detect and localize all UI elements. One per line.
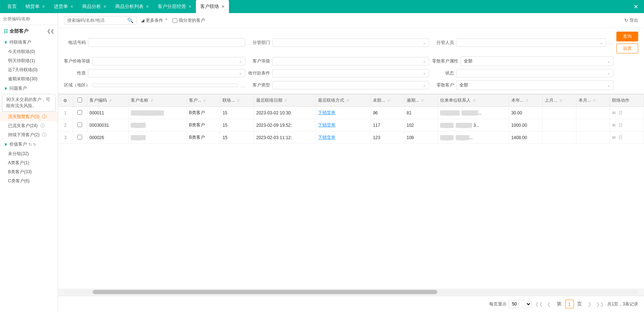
nav-tab-sales[interactable]: 销货单 ✕ (21, 0, 49, 13)
col-last-way[interactable]: 最后联络方式 ⇵ (316, 94, 371, 107)
row-checkbox[interactable] (77, 110, 82, 115)
row-last-way[interactable]: 下销货单 (316, 107, 371, 119)
payment-select[interactable]: ⌄ (272, 69, 430, 77)
close-icon[interactable]: ✕ (221, 4, 225, 9)
sidebar-item-week-contact[interactable]: 近7天待联络(0) (0, 65, 58, 74)
zero-attr-select[interactable]: 全部 ⌄ (460, 56, 613, 66)
sidebar-item-tomorrow-contact[interactable]: 明天待联络(1) (0, 56, 58, 65)
sidebar-item-ungrouped[interactable]: 未分组(32) (0, 149, 58, 158)
window-close-button[interactable]: ✕ (631, 3, 641, 10)
export-button[interactable]: ↻ 导出 (624, 17, 638, 24)
col-this-year[interactable]: 本年... ⇵ (509, 94, 543, 107)
phone-input[interactable] (88, 38, 245, 47)
sidebar-item-class-b[interactable]: B类客户(33) (0, 167, 58, 177)
more-action-icon[interactable]: ☷ (619, 123, 623, 128)
last-page-button[interactable]: ❯❯ (596, 300, 604, 308)
my-customers-check[interactable] (173, 18, 177, 23)
close-icon[interactable]: ✕ (146, 4, 149, 9)
filter-search-input[interactable] (67, 18, 127, 23)
zero-cust-select[interactable]: 全部 ⌄ (456, 80, 613, 90)
col-unlinked[interactable]: 未联... ⇵ (371, 94, 404, 107)
filter-bar: 🔍 ◢ 更多条件 ⌃ 我分管的客户 ↻ 导出 (58, 13, 644, 28)
row-unlinked: 123 (371, 131, 404, 144)
nav-tab-customer-contact[interactable]: 客户联络 ✕ (196, 0, 229, 13)
more-options-icon[interactable]: … (608, 40, 613, 45)
close-icon[interactable]: ✕ (188, 4, 192, 9)
prev-page-button[interactable]: ❮ (545, 300, 554, 308)
zero-cust-field: 零散客户 全部 ⌄ (432, 80, 613, 90)
area-select[interactable] (92, 84, 238, 87)
nav-tab-product-analysis-list[interactable]: 商品分析列表 ✕ (111, 0, 153, 13)
row-checkbox-cell[interactable] (73, 131, 87, 144)
nature-select[interactable]: ⌄ (88, 69, 245, 77)
sidebar-item-class-c[interactable]: C类客户(6) (0, 177, 58, 186)
row-last-way[interactable]: 下销货单 (316, 131, 371, 144)
status-select[interactable]: ⌄ (456, 69, 613, 77)
nav-tab-customer-tier[interactable]: 客户分层经营 ✕ (153, 0, 196, 13)
row-checkbox[interactable] (77, 135, 82, 139)
sort-icon: ⇵ (346, 98, 349, 102)
close-icon[interactable]: ✕ (70, 4, 73, 9)
more-action-icon[interactable]: ☷ (619, 110, 623, 116)
col-type[interactable]: 客户... ⇵ (186, 94, 220, 107)
sidebar-all-customers[interactable]: ☷ 全部客户 ❮❮ (0, 25, 58, 37)
advanced-filter-panel: 电话号码 分管部门 ⌄ 分管人员 ⌄ … (58, 28, 644, 94)
more-options-icon[interactable]: … (240, 82, 245, 88)
row-checkbox[interactable] (77, 122, 82, 127)
col-last-month[interactable]: 上月... ⇵ (543, 94, 576, 107)
next-page-button[interactable]: ❯ (585, 300, 594, 308)
chevron-down-icon: ⌄ (423, 71, 426, 76)
table-row: 3 000026 ██ B类客户 15 2023-02-03 11:12: 下销… (58, 131, 644, 144)
sidebar-item-declining[interactable]: 持续下滑客户(2) ⓘ (0, 130, 58, 139)
dept-select[interactable]: ⌄ (272, 39, 430, 47)
col-this-month[interactable]: 本月... ⇵ (576, 94, 610, 107)
more-conditions-btn[interactable]: ◢ 更多条件 ⌃ (141, 17, 168, 24)
level-select[interactable]: ⌄ (272, 57, 430, 65)
type-select[interactable]: ⌄ (272, 81, 430, 89)
horizontal-scrollbar[interactable] (64, 290, 638, 294)
contact-icon[interactable]: ✉ (612, 110, 616, 116)
contact-icon[interactable]: ✉ (612, 123, 616, 128)
row-checkbox-cell[interactable] (73, 107, 87, 119)
first-page-button[interactable]: ❮❮ (535, 300, 543, 308)
sidebar-item-churned[interactable]: 已流失客户(24) ⓘ (0, 121, 58, 130)
person-select[interactable]: ⌄ (456, 39, 606, 47)
row-checkbox-cell[interactable] (73, 119, 87, 131)
search-icon[interactable]: 🔍 (127, 17, 133, 23)
sidebar-group-problem[interactable]: ▼ 问题客户 (0, 84, 58, 93)
settings-button[interactable]: 设置 (616, 44, 638, 53)
col-last-date[interactable]: 最后联络日期 ⇵ (254, 94, 316, 107)
sidebar-item-today-contact[interactable]: 今天待联络(0) (0, 47, 58, 56)
filter-search-box[interactable]: 🔍 (64, 16, 137, 25)
col-checkbox[interactable] (73, 94, 87, 107)
nav-tab-product-analysis[interactable]: 商品分析 ✕ (78, 0, 111, 13)
row-last-way[interactable]: 下销货单 (316, 119, 371, 131)
scrollbar-thumb[interactable] (93, 290, 437, 294)
content-area: 🔍 ◢ 更多条件 ⌃ 我分管的客户 ↻ 导出 电话号码 (58, 13, 644, 312)
select-all-checkbox[interactable] (77, 98, 82, 102)
col-contact[interactable]: 联络... ⇵ (220, 94, 254, 107)
sidebar-item-churn-warning[interactable]: 流失预警客户(3) ⓘ (0, 112, 58, 121)
my-customers-checkbox[interactable]: 我分管的客户 (173, 17, 205, 24)
col-code[interactable]: 客户编码 ⇵ (87, 94, 129, 107)
sidebar-search-input[interactable] (3, 16, 57, 21)
sidebar-item-overdue-contact[interactable]: 逾期未联络(30) (0, 74, 58, 84)
col-overdue[interactable]: 逾期... ⇵ (404, 94, 438, 107)
nav-tab-purchase[interactable]: 进货单 ✕ (49, 0, 78, 13)
contact-icon[interactable]: ✉ (612, 135, 616, 140)
price-level-select[interactable]: ⌄ (92, 57, 245, 65)
col-name[interactable]: 客户名称 ⇵ (129, 94, 187, 107)
page-size-select[interactable]: 50 100 200 (508, 300, 532, 308)
close-icon[interactable]: ✕ (42, 4, 45, 9)
sidebar-group-value[interactable]: ▼ 价值客户 ↻ ✎ (0, 139, 58, 149)
col-settings[interactable]: ⚙ (58, 94, 73, 107)
nav-tab-home[interactable]: 首页 (3, 0, 21, 13)
col-unit-contact[interactable]: 往来单位联系人 ⇵ (438, 94, 509, 107)
more-action-icon[interactable]: ☷ (619, 135, 623, 140)
sidebar-group-pending[interactable]: ▼ 待联络客户 (0, 37, 58, 47)
query-button[interactable]: 查询 (616, 32, 638, 41)
sidebar-item-class-a[interactable]: A类客户(1) (0, 158, 58, 167)
edit-icon: ✎ (33, 142, 36, 147)
close-icon[interactable]: ✕ (103, 4, 106, 9)
settings-icon[interactable]: ⚙ (63, 98, 67, 103)
